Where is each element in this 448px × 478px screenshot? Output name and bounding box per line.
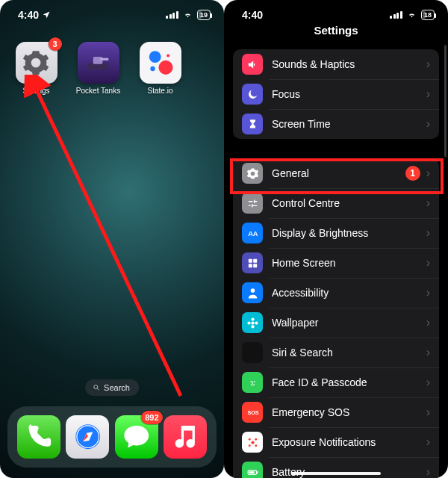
svg-point-3 <box>149 51 161 63</box>
safari-app[interactable] <box>66 415 109 459</box>
svg-rect-2 <box>101 58 109 60</box>
music-note-icon <box>170 422 199 451</box>
messages-badge: 892 <box>141 411 162 424</box>
dock: 892 <box>7 406 217 468</box>
chevron-right-icon: › <box>426 465 430 478</box>
music-app[interactable] <box>164 415 207 459</box>
sos-icon <box>242 402 263 423</box>
home-indicator[interactable] <box>291 472 381 475</box>
speaker-icon <box>242 54 263 75</box>
settings-row-siri[interactable]: Siri & Search› <box>233 338 439 367</box>
chevron-right-icon: › <box>426 316 430 329</box>
moon-icon <box>242 84 263 105</box>
svg-line-10 <box>34 85 181 396</box>
chevron-right-icon: › <box>426 87 430 101</box>
chevron-right-icon: › <box>426 435 430 449</box>
chevron-right-icon: › <box>426 196 430 210</box>
status-bar: 4:40 18 <box>224 0 448 30</box>
settings-row-label: Sounds & Haptics <box>272 58 426 70</box>
gear-icon <box>22 49 50 77</box>
state-io-icon <box>146 49 174 77</box>
settings-row-label: Face ID & Passcode <box>272 376 426 388</box>
settings-row-label: Focus <box>272 88 426 100</box>
battery-icon: 19 <box>197 10 211 20</box>
chevron-right-icon: › <box>426 256 430 270</box>
wifi-icon <box>406 10 417 19</box>
spotlight-search[interactable]: Search <box>85 379 139 396</box>
settings-row-label: Screen Time <box>272 118 426 130</box>
siri-icon <box>242 342 263 363</box>
cellular-icon <box>166 11 178 19</box>
settings-row-aa[interactable]: Display & Brightness› <box>233 218 439 248</box>
tank-icon <box>84 49 112 77</box>
settings-row-exposure[interactable]: Exposure Notifications› <box>233 427 439 457</box>
settings-row-label: Exposure Notifications <box>272 436 426 448</box>
status-time: 4:40 <box>242 9 263 21</box>
cellular-icon <box>390 11 402 19</box>
settings-row-label: Home Screen <box>272 257 426 269</box>
aa-icon <box>242 223 263 243</box>
grid-icon <box>242 252 263 273</box>
phone-icon <box>24 422 53 451</box>
svg-point-7 <box>94 385 98 389</box>
settings-row-label: Control Centre <box>272 197 426 209</box>
settings-row-grid[interactable]: Home Screen› <box>233 248 439 278</box>
settings-row-moon[interactable]: Focus› <box>233 79 439 109</box>
exposure-icon <box>242 432 263 453</box>
chevron-right-icon: › <box>426 117 430 131</box>
home-screen: 4:40 19 3 Settings Pocket Tanks <box>0 0 224 478</box>
settings-row-hourglass[interactable]: Screen Time› <box>233 109 439 139</box>
chevron-right-icon: › <box>426 376 430 389</box>
chevron-right-icon: › <box>426 167 430 180</box>
annotation-arrow <box>24 75 188 403</box>
settings-row-faceid[interactable]: Face ID & Passcode› <box>233 367 439 397</box>
status-bar: 4:40 19 <box>0 0 224 30</box>
gear-icon <box>242 163 263 184</box>
settings-label: Settings <box>22 87 49 95</box>
settings-row-label: Emergency SOS <box>272 406 426 418</box>
chevron-right-icon: › <box>426 346 430 359</box>
phone-app[interactable] <box>17 415 60 459</box>
settings-row-speaker[interactable]: Sounds & Haptics› <box>233 49 439 79</box>
flower-icon <box>242 312 263 333</box>
settings-row-label: Accessibility <box>272 287 426 299</box>
home-app-row: 3 Settings Pocket Tanks State.io <box>12 42 184 95</box>
messages-app[interactable]: 892 <box>115 415 158 459</box>
search-label: Search <box>104 383 130 392</box>
settings-row-badge: 1 <box>405 166 420 181</box>
faceid-icon <box>242 372 263 393</box>
settings-row-label: Wallpaper <box>272 317 426 329</box>
settings-screen: 4:40 18 Settings Sounds & Haptics›Focus›… <box>224 0 448 478</box>
settings-row-label: Display & Brightness <box>272 227 426 239</box>
search-icon <box>93 384 100 391</box>
settings-list[interactable]: Sounds & Haptics›Focus›Screen Time› Gene… <box>233 49 439 478</box>
settings-row-flower[interactable]: Wallpaper› <box>233 308 439 338</box>
battery-icon: 18 <box>421 10 435 20</box>
pocket-tanks-app[interactable]: Pocket Tanks <box>74 42 122 95</box>
settings-row-sliders[interactable]: Control Centre› <box>233 188 439 218</box>
battery-icon <box>242 462 263 478</box>
state-io-app[interactable]: State.io <box>136 42 184 95</box>
compass-icon <box>73 422 102 451</box>
settings-row-label: Siri & Search <box>272 347 426 358</box>
settings-row-person[interactable]: Accessibility› <box>233 278 439 308</box>
pocket-tanks-label: Pocket Tanks <box>76 87 120 95</box>
chevron-right-icon: › <box>426 406 430 419</box>
settings-row-gear[interactable]: General1› <box>233 158 439 188</box>
settings-row-label: General <box>272 167 405 179</box>
state-io-label: State.io <box>148 87 173 95</box>
svg-point-6 <box>167 54 170 57</box>
person-icon <box>242 282 263 303</box>
settings-row-sos[interactable]: Emergency SOS› <box>233 397 439 427</box>
settings-app[interactable]: 3 Settings <box>12 42 60 95</box>
chevron-right-icon: › <box>426 58 430 71</box>
svg-point-4 <box>159 60 173 75</box>
chevron-right-icon: › <box>426 286 430 299</box>
status-time: 4:40 <box>18 9 39 21</box>
hourglass-icon <box>242 114 263 134</box>
chat-bubble-icon <box>122 422 151 451</box>
chevron-right-icon: › <box>426 226 430 240</box>
sliders-icon <box>242 193 263 214</box>
svg-point-5 <box>151 66 155 71</box>
settings-badge: 3 <box>49 37 62 51</box>
